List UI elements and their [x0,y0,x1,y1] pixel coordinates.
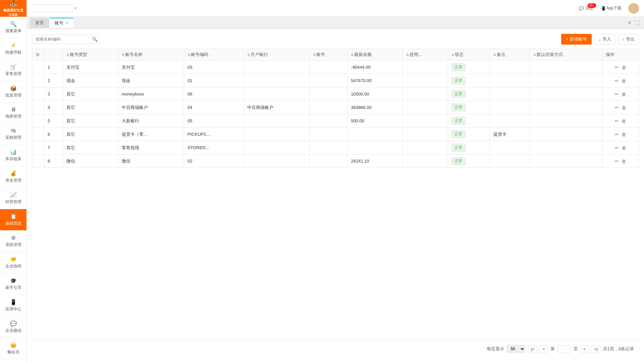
cell-latest-balance [347,141,403,155]
add-account-button[interactable]: + 新增账号 [561,34,592,45]
cell-default-settlement [530,114,602,128]
cell-bank [244,87,309,101]
delete-icon[interactable]: 🗑 [622,105,626,110]
sort-icon: ⇅ [247,53,250,57]
th-account-name[interactable]: ⇅账号名称 [118,49,184,61]
cell-usage [402,141,448,155]
import-button[interactable]: ↓ 导入 [594,34,615,45]
topbar-dropdown-arrow[interactable]: ▼ [74,6,77,10]
sidebar-item-enterprise-wechat[interactable]: 💬 企业微信 [0,316,26,338]
cell-default-settlement [530,128,602,141]
app-download-button[interactable]: 📲 App下载 [600,5,622,11]
sidebar-item-label: 快捷导航 [5,50,21,55]
status-badge: 正常 [451,104,466,111]
edit-icon[interactable]: ✏ [615,118,619,124]
cell-settings [32,101,44,114]
edit-icon[interactable]: ✏ [615,65,619,70]
topbar-search-input[interactable] [32,4,72,12]
sidebar-item-label: 采购管理 [5,135,21,140]
user-avatar[interactable] [628,3,639,14]
page-label: 第 [550,346,555,352]
search-input[interactable] [32,35,89,44]
sidebar-item-app-center[interactable]: 📱 应用中心 [0,295,26,316]
sidebar-item-quick-nav[interactable]: ⚡ 快捷导航 [0,38,26,60]
table-header: ⚙ ⇅账号类型 ⇅账号名称 ⇅账号编码 ⇅开户银行 [32,49,639,61]
delete-icon[interactable]: 🗑 [622,132,626,137]
sidebar-item-retail[interactable]: 🛒 零售管理 [0,60,26,81]
cell-account-type: 支付宝 [63,61,118,74]
th-status[interactable]: ⇅状态 [448,49,490,61]
cell-remarks [490,74,530,87]
app-center-icon: 📱 [2,299,25,305]
sidebar-item-search-menu[interactable]: 🔍 搜索菜单 [0,17,26,38]
edit-icon[interactable]: ✏ [615,92,619,97]
cell-account-type: 现金 [63,74,118,87]
sidebar-item-purchase[interactable]: 🛍 采购管理 [0,124,26,145]
th-usage[interactable]: ⇅使用... [402,49,448,61]
cell-account-type: 微信 [63,155,118,168]
delete-icon[interactable]: 🗑 [622,159,626,164]
edit-icon[interactable]: ✏ [615,145,619,150]
tab-accounts[interactable]: 账号 ✕ [50,18,73,28]
accounts-toolbar: 🔍 + 新增账号 ↓ 导入 ↑ 导出 [32,34,639,45]
tab-close-all-button[interactable]: ✕ [627,19,633,26]
cell-bank [244,128,309,141]
logo-icon: 🐯 [10,0,17,7]
sidebar-item-ops[interactable]: 📈 经营管理 [0,188,26,209]
enterprise-wechat-icon: 💬 [2,320,25,327]
sidebar-item-vip[interactable]: 👑 畅会员 [0,338,26,359]
ops-icon: 📈 [2,192,25,198]
message-badge: 99+ [588,3,596,8]
export-button[interactable]: ↑ 导出 [618,34,639,45]
delete-icon[interactable]: 🗑 [622,145,626,150]
th-latest-balance[interactable]: ⇅最新余额 [347,49,403,61]
cell-status: 正常 [448,87,490,101]
sidebar-item-new-guide[interactable]: 🎓 新手引导 [0,274,26,295]
search-button[interactable]: 🔍 [89,37,99,42]
tab-accounts-close[interactable]: ✕ [65,21,68,25]
sidebar-item-basic-info[interactable]: 📋 基础信息 [0,209,26,231]
delete-icon[interactable]: 🗑 [622,78,626,83]
status-badge: 正常 [451,90,466,98]
th-default-settlement[interactable]: ⇅默认结算方式 [530,49,602,61]
sidebar-item-sys[interactable]: ⚙ 系统管理 [0,231,26,252]
page-input[interactable]: 1 [557,345,571,353]
cell-latest-balance: -90444.00 [347,61,403,74]
cell-actions: ✏ 🗑 [602,87,639,101]
th-remarks[interactable]: ⇅备注 [490,49,530,61]
tab-minimize-button[interactable]: ⛶ [634,19,641,26]
th-account-code[interactable]: ⇅账号编码 [184,49,244,61]
tab-home[interactable]: 首页 [30,18,49,28]
delete-icon[interactable]: 🗑 [622,118,626,124]
sidebar-item-inventory[interactable]: 📊 库存核算 [0,145,26,166]
next-page-button[interactable]: > [581,345,589,353]
first-page-button[interactable]: |< [528,345,537,353]
cell-account-type: 其它 [63,141,118,155]
th-account-type[interactable]: ⇅账号类型 [63,49,118,61]
vip-icon: 👑 [2,342,25,348]
column-settings-icon[interactable]: ⚙ [36,52,40,57]
sort-icon: ⇅ [533,53,536,57]
edit-icon[interactable]: ✏ [615,78,619,83]
message-button[interactable]: 💬 消息 99+ [579,5,593,11]
sidebar-item-ecom[interactable]: 🖥 电商管理 [0,103,26,124]
edit-icon[interactable]: ✏ [615,159,619,164]
delete-icon[interactable]: 🗑 [622,65,626,70]
sidebar-item-wholesale[interactable]: 📦 批发管理 [0,81,26,103]
delete-icon[interactable]: 🗑 [622,92,626,97]
sidebar-item-label: 畅会员 [7,350,19,354]
sort-icon: ⇅ [406,53,409,57]
prev-page-button[interactable]: < [540,345,548,353]
th-bank[interactable]: ⇅开户银行 [244,49,309,61]
status-badge: 正常 [451,77,466,84]
page-size-select[interactable]: 50 100 200 [507,345,525,353]
edit-icon[interactable]: ✏ [615,105,619,110]
cell-default-settlement [530,87,602,101]
edit-icon[interactable]: ✏ [615,132,619,137]
th-account-no[interactable]: ⇅账号 [310,49,347,61]
cell-status: 正常 [448,141,490,155]
sidebar-item-enterprise-agree[interactable]: 🤝 企业协同 [0,252,26,274]
cell-settings [32,61,44,74]
last-page-button[interactable]: >| [591,345,600,353]
sidebar-item-finance[interactable]: 💰 资金管理 [0,166,26,188]
